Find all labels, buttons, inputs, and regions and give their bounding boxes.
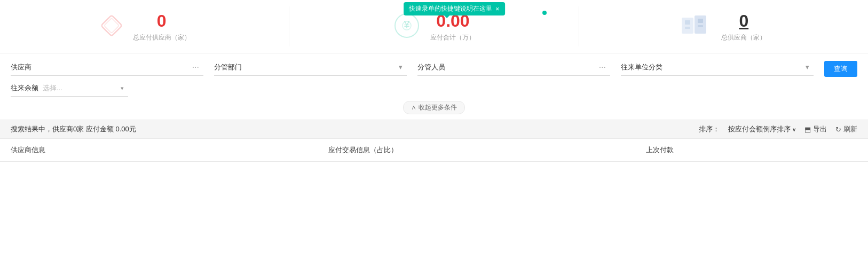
stat-payable-total: 快速录单的快捷键说明在这里 × ¥ 0.00 应付合计（万） [289, 6, 579, 46]
supplier-input[interactable] [36, 63, 192, 71]
supplier-label: 供应商 [11, 62, 31, 72]
top-stats-bar: 0 总应付供应商（家） 快速录单的快捷键说明在这里 × ¥ 0.00 应付合计（… [0, 0, 868, 53]
balance-chevron-icon[interactable]: ▾ [121, 85, 124, 92]
refresh-icon: ↻ [835, 125, 841, 133]
collapse-text: ∧ 收起更多条件 [411, 103, 456, 112]
payable-icon: ¥ [392, 11, 422, 42]
export-icon: ⬒ [804, 125, 811, 133]
svg-rect-10 [698, 25, 703, 27]
manager-input[interactable] [449, 63, 599, 71]
unit-category-field: 往来单位分类 ▾ [621, 62, 814, 76]
balance-select[interactable]: 选择... ▾ [43, 83, 124, 93]
tooltip-dot [542, 11, 547, 15]
refresh-button[interactable]: ↻ 刷新 [835, 124, 857, 134]
payable-total-label: 应付合计（万） [430, 33, 475, 42]
department-label: 分管部门 [214, 62, 242, 72]
sort-value: 按应付会额倒序排序 [728, 124, 791, 134]
payable-suppliers-number: 0 [157, 11, 167, 31]
results-actions: 排序： 按应付会额倒序排序 ∨ ⬒ 导出 ↻ 刷新 [699, 124, 857, 134]
manager-label: 分管人员 [417, 62, 445, 72]
manager-dots[interactable]: ··· [599, 62, 606, 72]
tooltip-close-button[interactable]: × [495, 5, 500, 12]
svg-rect-8 [695, 15, 706, 34]
collapse-button[interactable]: ∧ 收起更多条件 [403, 101, 464, 114]
stat-payable-suppliers: 0 总应付供应商（家） [0, 6, 289, 46]
stat-total-suppliers: 0 总供应商（家） [579, 6, 868, 46]
export-button[interactable]: ⬒ 导出 [804, 124, 827, 134]
department-field: 分管部门 ▾ [214, 62, 407, 76]
sort-arrow-icon: ∨ [792, 127, 796, 132]
total-suppliers-number: 0 [739, 11, 748, 31]
supplier-field: 供应商 ··· [11, 62, 203, 76]
table-empty-area [0, 162, 868, 275]
search-row-2: 往来余额 选择... ▾ [11, 83, 857, 97]
collapse-bar: ∧ 收起更多条件 [11, 97, 857, 120]
export-label: 导出 [813, 124, 827, 134]
diamond-icon [99, 13, 124, 40]
results-info: 搜索结果中，供应商0家 应付金额 0.00元 [11, 124, 136, 134]
svg-rect-7 [685, 27, 690, 29]
col-supplier-info: 供应商信息 [11, 145, 328, 155]
unit-category-label: 往来单位分类 [621, 62, 662, 72]
results-bar: 搜索结果中，供应商0家 应付金额 0.00元 排序： 按应付会额倒序排序 ∨ ⬒… [0, 120, 868, 139]
search-row-1: 供应商 ··· 分管部门 ▾ 分管人员 ··· 往来单位分类 ▾ 查询 [11, 61, 857, 77]
svg-rect-9 [698, 19, 703, 23]
balance-field: 往来余额 选择... ▾ [11, 83, 128, 97]
col-last-payment: 上次付款 [646, 145, 858, 155]
balance-placeholder: 选择... [43, 83, 121, 93]
col-transaction-info: 应付交易信息（占比） [328, 145, 646, 155]
refresh-label: 刷新 [843, 124, 857, 134]
svg-rect-5 [682, 18, 693, 34]
balance-label: 往来余额 [11, 83, 38, 93]
total-suppliers-label: 总供应商（家） [721, 33, 766, 42]
sort-select[interactable]: 按应付会额倒序排序 ∨ [728, 124, 796, 134]
manager-field: 分管人员 ··· [417, 62, 610, 76]
suppliers-icon [681, 12, 713, 41]
unit-category-arrow[interactable]: ▾ [806, 63, 809, 71]
svg-rect-6 [685, 20, 690, 25]
tooltip-text: 快速录单的快捷键说明在这里 [409, 4, 492, 13]
table-header: 供应商信息 应付交易信息（占比） 上次付款 [0, 139, 868, 162]
search-area: 供应商 ··· 分管部门 ▾ 分管人员 ··· 往来单位分类 ▾ 查询 往来余额 [0, 53, 868, 120]
tooltip-bubble: 快速录单的快捷键说明在这里 × [404, 2, 505, 15]
sort-label: 排序： [699, 124, 720, 134]
department-arrow[interactable]: ▾ [399, 63, 403, 71]
payable-suppliers-label: 总应付供应商（家） [133, 33, 191, 42]
query-button[interactable]: 查询 [824, 61, 857, 77]
supplier-dots[interactable]: ··· [192, 62, 199, 72]
